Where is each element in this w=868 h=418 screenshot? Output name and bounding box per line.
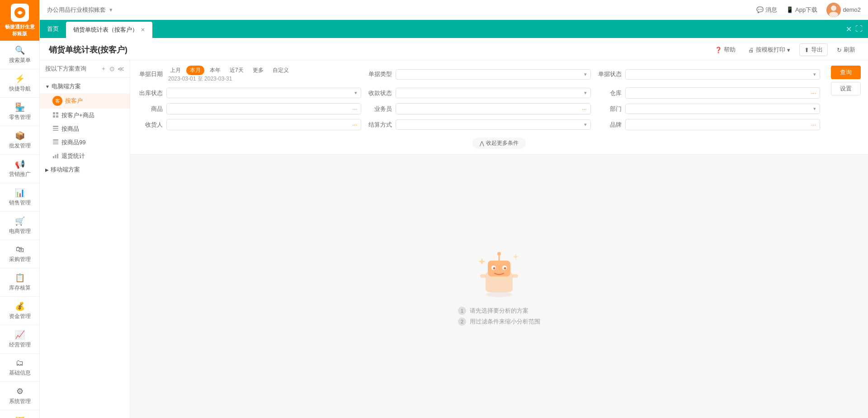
print-btn[interactable]: 🖨 按模板打印 ▾ xyxy=(745,44,794,56)
sidebar-item-ops-mgmt[interactable]: 📈 经营管理 xyxy=(0,325,39,354)
sidebar-item-retail-mgmt[interactable]: 🏪 零售管理 xyxy=(0,98,39,126)
tree-group-chevron-right: ▶ xyxy=(45,167,49,172)
user-avatar-btn[interactable]: demo2 xyxy=(826,3,861,17)
sidebar-item-inventory[interactable]: 📋 库存核算 xyxy=(0,268,39,297)
sidebar-item-label: 批发管理 xyxy=(9,142,31,150)
quick-nav-icon: ⚡ xyxy=(15,74,25,84)
svg-point-23 xyxy=(493,267,495,270)
warehouse-label: 仓库 xyxy=(596,89,622,97)
edit-scheme-icon[interactable]: ⊙ xyxy=(109,65,115,72)
app-name-chevron[interactable]: ▾ xyxy=(109,6,113,13)
top-header: 办公用品行业模拟账套 ▾ 💬 消息 📱 App下载 demo2 xyxy=(40,0,868,20)
payment-method-select[interactable]: ▾ xyxy=(396,119,590,130)
query-button[interactable]: 查询 xyxy=(831,66,861,79)
tab-bar: 首页 销货单统计表（按客户） ✕ ✕ ⛶ xyxy=(40,20,868,38)
sidebar-item-finance-mgmt[interactable]: 💰 资金管理 xyxy=(0,297,39,325)
message-btn[interactable]: 💬 消息 xyxy=(756,6,777,14)
order-type-select[interactable]: ▾ xyxy=(396,69,590,80)
date-tab-last-7-days[interactable]: 近7天 xyxy=(226,66,247,75)
tab-maximize-icon[interactable]: ⛶ xyxy=(855,25,863,33)
settings-button[interactable]: 设置 xyxy=(831,82,861,95)
sidebar-item-enterprise-coop[interactable]: 🤝 企业协同 xyxy=(0,410,39,418)
sidebar-item-purchase-mgmt[interactable]: 🛍 采购管理 xyxy=(0,240,39,268)
sidebar-item-system-mgmt[interactable]: ⚙ 系统管理 xyxy=(0,382,39,410)
help-btn[interactable]: ❓ 帮助 xyxy=(711,44,739,56)
salesperson-input[interactable]: ··· xyxy=(396,103,590,114)
export-label: 导出 xyxy=(811,46,823,54)
sidebar-item-label: 库存核算 xyxy=(9,284,31,292)
add-scheme-icon[interactable]: ＋ xyxy=(100,65,107,73)
app-logo[interactable]: 畅捷通好生意 标账版 xyxy=(0,0,40,41)
collapse-btn[interactable]: ⋀ 收起更多条件 xyxy=(472,138,526,149)
payment-status-select[interactable]: ▾ xyxy=(396,88,590,98)
collapse-panel-icon[interactable]: ≪ xyxy=(118,65,124,72)
enterprise-coop-icon: 🤝 xyxy=(15,415,25,418)
date-tab-last-month[interactable]: 上月 xyxy=(166,66,184,75)
app-download-icon: 📱 xyxy=(786,6,793,13)
export-btn[interactable]: ⬆ 导出 xyxy=(799,43,828,56)
tree-item-table-icon xyxy=(52,125,59,133)
date-tab-more[interactable]: 更多 xyxy=(249,66,267,75)
search-menu-icon: 🔍 xyxy=(15,45,25,55)
svg-point-24 xyxy=(504,267,506,270)
warehouse-input[interactable]: ··· xyxy=(625,87,820,99)
app-name-text: 办公用品行业模拟账套 xyxy=(47,6,106,14)
tab-sales-stat[interactable]: 销货单统计表（按客户） ✕ xyxy=(66,22,152,38)
product-input[interactable]: ··· xyxy=(166,103,361,114)
tab-home[interactable]: 首页 xyxy=(40,20,66,38)
hint-1-text: 请先选择要分析的方案 xyxy=(470,307,528,315)
brand-input[interactable]: ··· xyxy=(625,119,820,130)
payment-status-arrow: ▾ xyxy=(584,90,587,96)
date-tab-custom[interactable]: 自定义 xyxy=(269,66,292,75)
order-status-label: 单据状态 xyxy=(596,70,622,78)
out-status-label: 出库状态 xyxy=(137,89,163,97)
export-icon: ⬆ xyxy=(804,47,809,53)
sidebar-item-marketing[interactable]: 📢 营销推广 xyxy=(0,155,39,183)
wholesale-icon: 📦 xyxy=(15,131,25,141)
tree-item-return-stats[interactable]: 退货统计 xyxy=(40,149,130,163)
sidebar-item-ecommerce-mgmt[interactable]: 🛒 电商管理 xyxy=(0,212,39,240)
date-tab-this-year[interactable]: 本年 xyxy=(206,66,224,75)
tree-section: ▼ 电脑端方案 客 按客户 按客户+商品 xyxy=(40,78,130,178)
out-status-select[interactable]: ▾ xyxy=(166,88,361,98)
order-status-select[interactable]: ▾ xyxy=(625,69,820,80)
app-download-label: App下载 xyxy=(795,6,817,14)
tab-home-label: 首页 xyxy=(47,25,59,33)
svg-rect-27 xyxy=(480,274,486,278)
logo-text: 畅捷通好生意 xyxy=(5,24,35,30)
logo-icon xyxy=(11,4,29,22)
empty-text-list: 1 请先选择要分析的方案 2 用过滤条件来缩小分析范围 xyxy=(458,307,540,326)
receiver-cell: 收货人 ··· xyxy=(137,119,361,130)
tab-close-all-icon[interactable]: ✕ xyxy=(846,25,852,33)
tree-item-by-customer[interactable]: 客 按客户 xyxy=(40,93,130,109)
purchase-icon: 🛍 xyxy=(16,245,24,254)
svg-rect-6 xyxy=(56,112,58,114)
sidebar-item-label: 零售管理 xyxy=(9,114,31,121)
tree-item-by-product-99[interactable]: 按商品99 xyxy=(40,136,130,149)
sidebar-item-search-menu[interactable]: 🔍 搜索菜单 xyxy=(0,41,39,69)
tree-group-chevron-down: ▼ xyxy=(45,84,50,89)
out-status-cell: 出库状态 ▾ xyxy=(137,88,361,98)
date-tab-this-month[interactable]: 本月 xyxy=(186,66,204,75)
tab-sales-stat-label: 销货单统计表（按客户） xyxy=(73,26,138,34)
hint-1-num: 1 xyxy=(458,307,466,315)
sidebar-item-sales-mgmt[interactable]: 📊 销售管理 xyxy=(0,183,39,212)
sidebar-item-wholesale-mgmt[interactable]: 📦 批发管理 xyxy=(0,126,39,155)
tree-group-desktop[interactable]: ▼ 电脑端方案 xyxy=(40,80,130,93)
sidebar-item-basic-info[interactable]: 🗂 基础信息 xyxy=(0,354,39,382)
svg-rect-9 xyxy=(53,126,58,127)
tab-close-btn[interactable]: ✕ xyxy=(141,27,145,33)
tree-item-by-product[interactable]: 按商品 xyxy=(40,122,130,136)
finance-icon: 💰 xyxy=(15,301,25,311)
avatar xyxy=(826,3,841,17)
refresh-btn[interactable]: ↻ 刷新 xyxy=(833,44,859,56)
receiver-input[interactable]: ··· xyxy=(166,119,361,130)
svg-rect-28 xyxy=(512,274,518,278)
tree-item-by-customer-product[interactable]: 按客户+商品 xyxy=(40,109,130,122)
app-download-btn[interactable]: 📱 App下载 xyxy=(786,6,817,14)
department-select[interactable]: ▾ xyxy=(625,104,820,114)
page-title-row: 销货单统计表(按客户) ❓ 帮助 🖨 按模板打印 ▾ ⬆ 导出 ↻ 刷新 xyxy=(40,38,868,60)
tree-group-mobile[interactable]: ▶ 移动端方案 xyxy=(40,163,130,176)
svg-rect-11 xyxy=(53,130,58,131)
sidebar-item-quick-nav[interactable]: ⚡ 快捷导航 xyxy=(0,69,39,98)
